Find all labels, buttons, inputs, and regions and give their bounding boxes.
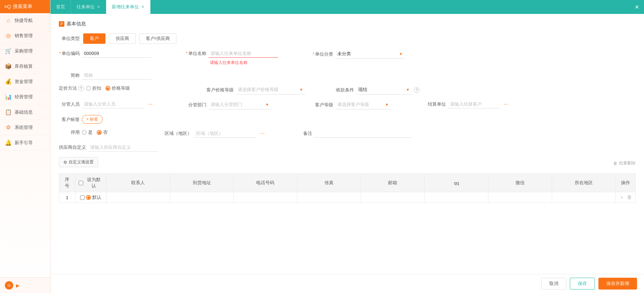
customer-level-select[interactable]: 请选择客户等级 ▼ [335, 100, 391, 109]
expand-icon[interactable]: ▶ [16, 283, 19, 288]
pricing-radio-price-level[interactable]: 价格等级 [105, 85, 130, 91]
cell-email[interactable] [361, 192, 425, 203]
col-region: 所在地区 [552, 174, 616, 192]
supplier-custom-row: 供应商自定义 [59, 143, 636, 152]
payment-help-icon[interactable]: ? [414, 87, 419, 93]
abbr-input[interactable] [82, 71, 151, 80]
disable-radio-no[interactable]: 否 [97, 129, 108, 136]
tab-contacts[interactable]: 往来单位 ✕ [71, 0, 106, 14]
search-icon: ≡Q [4, 4, 11, 9]
sidebar-item-guide[interactable]: 🔔 新手引导 [0, 135, 50, 150]
col-seq: 序号 [59, 174, 75, 192]
abbr-group: 简称 [59, 71, 177, 80]
save-add-button[interactable]: 保存并新增 [598, 278, 637, 290]
settlement-input[interactable] [448, 100, 500, 108]
region-more-btn[interactable]: ··· [259, 130, 266, 137]
settlement-group: 结算单位 ··· [425, 100, 529, 108]
sidebar-item-sales[interactable]: ◎ 销售管理 [0, 28, 50, 43]
tab-home[interactable]: 首页 [50, 0, 71, 14]
search-menu-btn[interactable]: ≡Q 搜索菜单 [0, 0, 50, 13]
delete-icon: 🗑 [613, 161, 618, 166]
tab-contacts-close[interactable]: ✕ [97, 5, 100, 9]
pricing-help-icon[interactable]: ? [78, 86, 84, 91]
contact-input[interactable] [110, 195, 166, 200]
tab-new-contact[interactable]: 新增往来单位 ✕ [106, 0, 150, 14]
supplier-custom-input[interactable] [88, 143, 158, 152]
customer-price-select[interactable]: 请选择客户价格等级 ▼ [236, 85, 305, 95]
address-input[interactable] [174, 195, 230, 200]
cell-address[interactable] [170, 192, 234, 203]
save-button[interactable]: 保存 [570, 278, 595, 290]
unit-type-label: 单位类型 [59, 35, 80, 42]
cell-region[interactable] [552, 192, 616, 203]
contact-table: 序号 设为默认 联系人 到货地址 电话号码 传真 邮箱 qq 微信 所在地区 [59, 173, 636, 203]
select-all-checkbox[interactable] [79, 181, 83, 185]
manager-label: 分管人员 [59, 101, 80, 107]
sidebar-item-quick-nav[interactable]: ⌂ 快捷导航 [0, 13, 50, 28]
cell-phone[interactable] [234, 192, 297, 203]
guide-icon: 🔔 [5, 139, 12, 146]
category-select[interactable]: 未分类 ▼ [335, 49, 405, 59]
disable-radio-group: 是 否 [82, 129, 108, 136]
close-all-tabs[interactable]: ✕ [630, 0, 644, 14]
section-header: P 基本信息 [59, 21, 636, 27]
price-level-radio-circle [105, 86, 110, 91]
customer-level-arrow-icon: ▼ [385, 103, 389, 107]
fax-input[interactable] [301, 195, 357, 200]
name-error-msg: 请输入往来单位名称 [210, 60, 248, 65]
customer-price-arrow-icon: ▼ [299, 88, 303, 92]
yes-radio-circle [82, 130, 87, 135]
batch-delete-label[interactable]: 批量删除 [619, 160, 636, 166]
region-group: 区域（地区） ··· [165, 129, 283, 138]
section-title: 基本信息 [66, 21, 86, 27]
cancel-button[interactable]: 取消 [541, 278, 566, 290]
unit-type-customer[interactable]: 客户 [83, 33, 105, 44]
cell-wechat[interactable] [488, 192, 552, 203]
name-input[interactable] [209, 49, 278, 58]
main-area: 首页 往来单位 ✕ 新增往来单位 ✕ ✕ P 基本信息 单位类型 客户 供应商 … [50, 0, 644, 293]
disable-group: 停用 是 否 [59, 129, 156, 136]
cell-default: 默认 [75, 192, 106, 203]
pricing-group: 定价方法 ? 折扣 价格等级 [59, 85, 198, 91]
phone-input[interactable] [237, 195, 293, 200]
sidebar-item-inventory[interactable]: 📦 库存核算 [0, 59, 50, 74]
cell-fax[interactable] [297, 192, 361, 203]
payment-arrow-icon: ▼ [406, 88, 410, 92]
custom-settings-btn[interactable]: ⚙ 自定义项设置 [59, 157, 98, 167]
tab-new-contact-close[interactable]: ✕ [141, 5, 144, 9]
sidebar-item-finance[interactable]: 💰 资金管理 [0, 74, 50, 89]
sidebar-item-operations[interactable]: 📊 经营管理 [0, 89, 50, 105]
row-actions: ＋ 🗑 [619, 194, 632, 201]
row-region-input[interactable] [556, 195, 612, 200]
code-input[interactable] [82, 49, 151, 58]
dept-select[interactable]: 请输入分管部门 ▼ [209, 100, 271, 109]
unit-type-both[interactable]: 客户/供应商 [139, 33, 176, 44]
tab-bar: 首页 往来单位 ✕ 新增往来单位 ✕ ✕ [50, 0, 644, 14]
add-tag-btn[interactable]: + 标签 [82, 115, 103, 124]
cell-qq[interactable] [425, 192, 488, 203]
system-icon: ⚙ [5, 124, 12, 131]
remark-input[interactable] [314, 129, 412, 138]
pricing-radio-discount[interactable]: 折扣 [86, 85, 101, 91]
default-radio[interactable]: 默认 [86, 194, 101, 201]
qq-input[interactable] [428, 195, 485, 200]
sidebar-item-basic-info[interactable]: 📋 基础信息 [0, 105, 50, 120]
disable-radio-yes[interactable]: 是 [82, 129, 93, 136]
manager-more-btn[interactable]: ··· [147, 101, 154, 107]
settlement-more-btn[interactable]: ··· [502, 101, 510, 107]
operations-icon: 📊 [5, 93, 12, 100]
sidebar-item-purchase[interactable]: 🛒 采购管理 [0, 43, 50, 59]
row-checkbox[interactable] [80, 195, 85, 200]
wechat-input[interactable] [492, 195, 548, 200]
region-input[interactable] [194, 129, 257, 138]
unit-type-supplier[interactable]: 供应商 [109, 33, 136, 44]
manager-input[interactable] [82, 100, 144, 108]
add-row-icon[interactable]: ＋ [619, 194, 624, 201]
cell-contact[interactable] [106, 192, 170, 203]
supplier-custom-label: 供应商自定义 [59, 144, 86, 150]
delete-row-icon[interactable]: 🗑 [627, 194, 632, 201]
email-input[interactable] [364, 195, 421, 200]
sidebar-item-system[interactable]: ⚙ 系统管理 [0, 120, 50, 135]
code-group: *单位编码 [59, 49, 177, 58]
payment-select[interactable]: 现结 ▼ [356, 85, 412, 95]
